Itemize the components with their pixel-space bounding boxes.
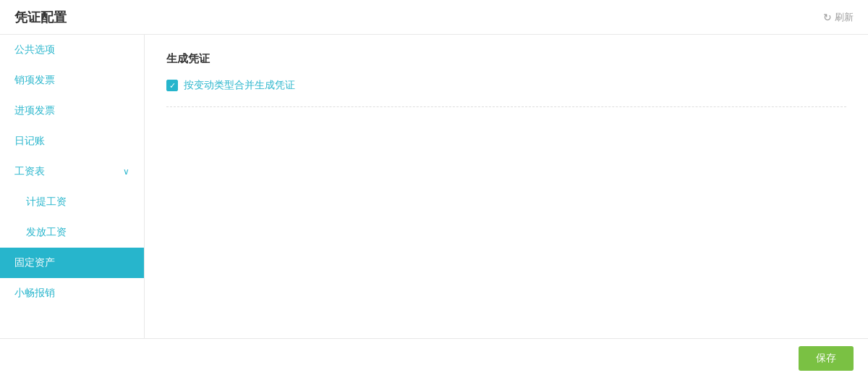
sidebar-item-purchase-invoice[interactable]: 进项发票 (0, 96, 144, 126)
save-button[interactable]: 保存 (799, 346, 854, 371)
page-title: 凭证配置 (14, 9, 67, 26)
sidebar-item-expense[interactable]: 小畅报销 (0, 278, 144, 308)
sidebar-item-sales-invoice[interactable]: 销项发票 (0, 65, 144, 96)
sidebar-item-label: 发放工资 (26, 226, 67, 239)
merge-type-checkbox[interactable]: ✓ (166, 80, 178, 91)
sidebar-item-label: 公共选项 (14, 43, 55, 56)
sidebar-item-public[interactable]: 公共选项 (0, 35, 144, 65)
app-wrapper: 凭证配置 ↻ 刷新 公共选项销项发票进项发票日记账工资表∨计提工资发放工资固定资… (0, 0, 868, 378)
refresh-label: 刷新 (835, 11, 854, 24)
sidebar-item-label: 进项发票 (14, 104, 55, 117)
main-content: 公共选项销项发票进项发票日记账工资表∨计提工资发放工资固定资产小畅报销 生成凭证… (0, 35, 868, 338)
content-area: 生成凭证 ✓ 按变动类型合并生成凭证 (145, 35, 868, 338)
chevron-down-icon: ∨ (123, 167, 129, 177)
sidebar-item-payroll-issue[interactable]: 发放工资 (0, 217, 144, 248)
sidebar-item-label: 销项发票 (14, 74, 55, 87)
section-divider (166, 106, 846, 107)
sidebar-item-label: 固定资产 (14, 256, 55, 269)
page-footer: 保存 (0, 338, 868, 378)
checkmark-icon: ✓ (169, 82, 176, 90)
sidebar-item-payroll-accrue[interactable]: 计提工资 (0, 187, 144, 217)
sidebar-item-fixed-assets[interactable]: 固定资产 (0, 248, 144, 278)
page-header: 凭证配置 ↻ 刷新 (0, 0, 868, 35)
sidebar-item-label: 计提工资 (26, 196, 67, 209)
sidebar-item-payroll-table[interactable]: 工资表∨ (0, 156, 144, 187)
checkbox-label: 按变动类型合并生成凭证 (184, 79, 295, 92)
sidebar-item-label: 小畅报销 (14, 287, 55, 300)
refresh-icon: ↻ (823, 12, 832, 23)
sidebar-item-label: 日记账 (14, 135, 45, 148)
refresh-button[interactable]: ↻ 刷新 (823, 11, 854, 24)
checkbox-row: ✓ 按变动类型合并生成凭证 (166, 79, 846, 92)
sidebar: 公共选项销项发票进项发票日记账工资表∨计提工资发放工资固定资产小畅报销 (0, 35, 145, 338)
sidebar-item-label: 工资表 (14, 165, 45, 178)
sidebar-item-journal[interactable]: 日记账 (0, 126, 144, 156)
section-title: 生成凭证 (166, 52, 846, 66)
